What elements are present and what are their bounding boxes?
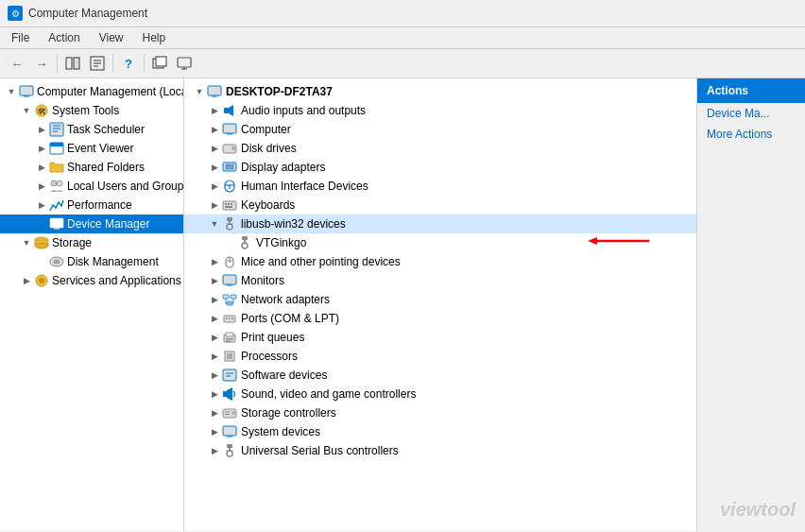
tree-item-performance[interactable]: ▶ Performance: [0, 196, 183, 215]
expand-storage: ▼: [19, 235, 34, 250]
menu-help[interactable]: Help: [135, 29, 174, 46]
tree-item-task-scheduler[interactable]: ▶ Task Scheduler: [0, 120, 183, 139]
tree-label-local-users: Local Users and Groups: [67, 180, 184, 193]
tree-item-shared-folders[interactable]: ▶ Shared Folders: [0, 158, 183, 177]
menu-view[interactable]: View: [92, 29, 131, 46]
show-hide-button[interactable]: [61, 52, 84, 75]
expand-vtginkgo: [222, 235, 237, 250]
processors-icon: [222, 349, 237, 364]
dev-label-computer: Computer: [241, 123, 291, 136]
event-viewer-icon: [49, 141, 64, 156]
middle-panel: ▼ DESKTOP-DF2TA37 ▶ Audio inputs and out…: [184, 78, 696, 531]
app-title: Computer Management: [28, 7, 147, 20]
dev-item-system-devices[interactable]: ▶ System devices: [184, 422, 696, 441]
expand-libusb: ▼: [207, 216, 222, 232]
expand-disk-management: [34, 254, 49, 269]
tree-item-event-viewer[interactable]: ▶ Event Viewer: [0, 139, 183, 158]
dev-item-mice[interactable]: ▶ Mice and other pointing devices: [184, 252, 696, 271]
expand-audio: ▶: [207, 103, 222, 118]
svg-rect-11: [20, 86, 33, 95]
svg-rect-66: [223, 275, 236, 284]
svg-rect-52: [225, 206, 232, 208]
dev-label-processors: Processors: [241, 350, 298, 363]
svg-rect-58: [242, 236, 248, 240]
help-button[interactable]: ?: [117, 52, 140, 75]
tree-label-performance: Performance: [67, 198, 132, 212]
dev-label-mice: Mice and other pointing devices: [241, 255, 401, 268]
dev-item-print-queues[interactable]: ▶ Print queues: [184, 328, 696, 347]
monitor-button[interactable]: [173, 52, 196, 75]
dev-label-audio: Audio inputs and outputs: [241, 104, 366, 117]
tree-item-system-tools[interactable]: ▼ 🛠 System Tools: [0, 101, 183, 120]
tree-label-system-tools: System Tools: [52, 104, 119, 117]
services-icon: [34, 273, 49, 288]
dev-item-software-devices[interactable]: ▶ Software devices: [184, 366, 696, 385]
menu-bar: File Action View Help: [0, 27, 805, 49]
svg-marker-89: [227, 387, 232, 401]
dev-item-disk-drives[interactable]: ▶ Disk drives: [184, 139, 696, 158]
expand-sound: ▶: [207, 386, 222, 402]
computer-dev-icon: [222, 122, 237, 137]
svg-rect-51: [231, 203, 232, 205]
expand-local-users: ▶: [34, 179, 49, 194]
dev-item-storage-controllers[interactable]: ▶ Storage controllers: [184, 403, 696, 422]
expand-human-interface: ▶: [207, 179, 222, 194]
dev-item-human-interface[interactable]: ▶ Human Interface Devices: [184, 177, 696, 196]
expand-usb-controllers: ▶: [207, 443, 222, 458]
tree-item-local-users[interactable]: ▶ Local Users and Groups: [0, 177, 183, 196]
back-button[interactable]: ←: [6, 52, 28, 75]
dev-item-sound[interactable]: ▶ Sound, video and game controllers: [184, 385, 696, 403]
desktop-label: DESKTOP-DF2TA37: [226, 85, 333, 98]
dev-item-vtginkgo[interactable]: VTGinkgo: [184, 233, 696, 252]
dev-label-monitors: Monitors: [241, 274, 284, 287]
forward-button[interactable]: →: [30, 52, 53, 75]
tree-item-services[interactable]: ▶ Services and Applications: [0, 271, 183, 290]
new-window-button[interactable]: [148, 52, 171, 75]
expand-event-viewer: ▶: [34, 141, 49, 156]
properties-button[interactable]: [86, 52, 109, 75]
expand-display-adapters: ▶: [207, 160, 222, 175]
svg-rect-80: [226, 333, 233, 336]
right-panel: Actions Device Ma... More Actions: [696, 78, 805, 531]
dev-item-monitors[interactable]: ▶ Monitors: [184, 271, 696, 290]
svg-rect-49: [225, 203, 227, 205]
dev-label-vtginkgo: VTGinkgo: [256, 236, 306, 249]
storage-controllers-icon: [222, 405, 237, 420]
svg-point-29: [35, 243, 48, 249]
computer-icon: [19, 84, 34, 99]
dev-label-system-devices: System devices: [241, 425, 320, 438]
dev-item-libusb[interactable]: ▼ libusb-win32 devices: [184, 215, 696, 233]
dev-item-processors[interactable]: ▶ Processors: [184, 347, 696, 366]
menu-action[interactable]: Action: [41, 29, 87, 46]
tree-item-storage[interactable]: ▼ Storage: [0, 233, 183, 252]
dev-item-computer[interactable]: ▶ Computer: [184, 120, 696, 139]
svg-rect-7: [156, 57, 166, 66]
dev-item-display-adapters[interactable]: ▶ Display adapters: [184, 158, 696, 177]
dev-label-usb-controllers: Universal Serial Bus controllers: [241, 444, 399, 457]
expand-print-queues: ▶: [207, 330, 222, 345]
expand-processors: ▶: [207, 349, 222, 364]
expand-mice: ▶: [207, 254, 222, 269]
tree-label-device-manager: Device Manager: [67, 217, 149, 231]
tree-item-disk-management[interactable]: Disk Management: [0, 252, 183, 271]
expand-device-manager: [34, 216, 49, 232]
local-users-icon: [49, 179, 64, 194]
left-panel: ▼ Computer Management (Local ▼ 🛠 System …: [0, 78, 184, 531]
action-link-device-manager[interactable]: Device Ma...: [697, 103, 805, 124]
svg-rect-50: [228, 203, 230, 205]
tree-item-root[interactable]: ▼ Computer Management (Local: [0, 82, 183, 101]
vtginkgo-icon: [237, 235, 252, 250]
desktop-icon: [207, 84, 222, 99]
action-link-more[interactable]: More Actions: [697, 124, 805, 145]
menu-file[interactable]: File: [4, 29, 37, 46]
software-devices-icon: [222, 368, 237, 383]
svg-rect-21: [50, 143, 63, 146]
dev-item-ports[interactable]: ▶ Ports (COM & LPT): [184, 309, 696, 328]
svg-rect-44: [226, 164, 233, 169]
device-tree-header[interactable]: ▼ DESKTOP-DF2TA37: [184, 82, 696, 101]
dev-item-audio[interactable]: ▶ Audio inputs and outputs: [184, 101, 696, 120]
tree-item-device-manager[interactable]: Device Manager: [0, 215, 183, 233]
dev-item-network[interactable]: ▶ Network adapters: [184, 290, 696, 309]
dev-item-keyboards[interactable]: ▶ Keyboards: [184, 196, 696, 215]
dev-item-usb-controllers[interactable]: ▶ Universal Serial Bus controllers: [184, 441, 696, 460]
